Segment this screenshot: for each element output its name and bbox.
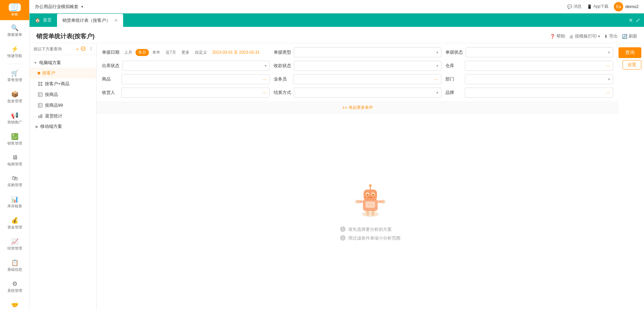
app-download-button[interactable]: 📱 App下载 — [587, 4, 608, 9]
sidebar-divider — [6, 64, 23, 64]
scheme-group-desktop-header[interactable]: ▼ 电脑端方案 — [30, 58, 96, 68]
tab-home-label: 首页 — [43, 17, 52, 23]
brand-dots-icon[interactable]: ··· — [606, 90, 610, 95]
date-opt-custom[interactable]: 自定义 — [193, 49, 209, 56]
pay-status-select[interactable]: ▾ — [294, 61, 441, 71]
sidebar-item-finance[interactable]: 💰 资金管理 — [0, 213, 29, 234]
empty-tips: 1 请先选择要分析的方案 2 用过滤条件来缩小分析范围 — [340, 226, 400, 241]
recipient-select[interactable]: ··· — [121, 88, 270, 98]
salesperson-select[interactable]: ··· — [293, 74, 441, 84]
goods-select[interactable]: ··· — [121, 74, 270, 84]
sidebar-item-quick[interactable]: ⚡ 快捷导航 — [0, 41, 29, 62]
warehouse-select[interactable]: ··· — [465, 61, 613, 71]
print-button[interactable]: 🖨 按模板打印 ▾ — [569, 33, 600, 39]
filter-item-doc-type: 单据类型 ▾ — [274, 47, 441, 57]
topbar: 办公用品行业模拟账套 ▾ 💬 消息 📱 App下载 Ea demo2 — [30, 0, 644, 13]
refresh-button[interactable]: 🔄 刷新 — [622, 33, 637, 39]
filter-item-pay-status: 收款状态 ▾ — [274, 61, 441, 71]
system-icon: ⚙ — [12, 280, 17, 288]
page-header: 销货单统计表(按客户) ❓ 帮助 🖨 按模板打印 ▾ ⬇ 导出 🔄 刷新 — [30, 27, 644, 43]
department-select[interactable]: ▾ — [465, 74, 613, 84]
sidebar-item-sales[interactable]: 💹 销售管理 — [0, 129, 29, 150]
doc-status-select[interactable]: ▾ — [466, 47, 613, 57]
message-button[interactable]: 💬 消息 — [567, 4, 582, 9]
app-title: 办公用品行业模拟账套 — [35, 4, 78, 10]
filter-item-salesperson: 业务员 ··· — [274, 74, 441, 84]
tab-close-icon[interactable]: ✕ — [114, 18, 118, 23]
filter-item-goods: 商品 ··· — [102, 74, 270, 84]
doc-type-select[interactable]: ▾ — [294, 47, 441, 57]
tab-maximize-button[interactable]: ⤢ — [636, 17, 640, 23]
scheme-item-by-customer[interactable]: 按客户 — [30, 68, 96, 79]
svg-point-36 — [371, 204, 373, 206]
user-section[interactable]: Ea demo2 — [614, 2, 639, 11]
brand-select[interactable]: ··· — [465, 88, 613, 98]
help-button[interactable]: ❓ 帮助 — [550, 33, 565, 39]
scheme-item-return-stats[interactable]: 退货统计 — [30, 111, 96, 121]
recipient-dots-icon[interactable]: ··· — [263, 90, 267, 95]
tab-minimize-button[interactable]: ✕ — [629, 17, 633, 23]
svg-point-35 — [368, 204, 370, 206]
query-button[interactable]: 查询 — [619, 47, 641, 58]
wholesale-icon: 📦 — [11, 91, 18, 98]
date-label: 单据日期 — [102, 49, 119, 55]
scheme-panel-actions: + 《 — [76, 46, 92, 52]
pay-status-chevron-icon: ▾ — [436, 64, 438, 68]
payment-method-chevron-icon: ▾ — [436, 91, 438, 95]
empty-illustration — [350, 182, 390, 222]
scheme-item-by-goods-99[interactable]: 按商品99 — [30, 100, 96, 111]
filter-row-3: 商品 ··· 业务员 — [102, 74, 613, 84]
sidebar-item-ecommerce[interactable]: 🖥 电商管理 — [0, 150, 29, 171]
settings-button[interactable]: 设置 — [623, 60, 641, 69]
doc-type-label: 单据类型 — [274, 49, 291, 55]
home-icon: 🏠 — [35, 18, 40, 23]
table-icon — [38, 92, 43, 97]
date-opt-this-year[interactable]: 本年 — [150, 49, 162, 56]
retail-icon: 🛒 — [11, 69, 18, 77]
sidebar-item-retail[interactable]: 🛒 零售管理 — [0, 65, 29, 87]
date-opt-7days[interactable]: 近7天 — [164, 49, 178, 56]
purchase-icon: 🛍 — [12, 175, 18, 182]
scheme-edit-button[interactable] — [81, 46, 86, 52]
collapse-bar[interactable]: ∧∧ 收起更多条件 — [97, 102, 619, 113]
sidebar-item-operations[interactable]: 📈 经营管理 — [0, 234, 29, 255]
payment-method-select[interactable]: ▾ — [294, 88, 441, 98]
scheme-add-button[interactable]: + — [76, 46, 79, 52]
svg-point-26 — [381, 200, 385, 204]
scheme-item-by-goods[interactable]: 按商品 — [30, 89, 96, 100]
scheme-group-mobile-label: 移动端方案 — [40, 123, 62, 130]
tab-stats[interactable]: 销货单统计表（按客户） ✕ — [57, 14, 123, 27]
scheme-item-by-customer-goods[interactable]: 按客户+商品 — [30, 79, 96, 89]
scheme-collapse-button[interactable]: 《 — [88, 46, 92, 52]
goods-dots-icon[interactable]: ··· — [263, 76, 267, 82]
sidebar-item-purchase[interactable]: 🛍 采购管理 — [0, 171, 29, 192]
topbar-left: 办公用品行业模拟账套 ▾ — [35, 4, 83, 10]
out-status-select[interactable]: ▾ — [122, 61, 270, 71]
date-opt-more[interactable]: 更多 — [179, 49, 192, 56]
filter-item-out-status: 出库状态 ▾ — [102, 61, 270, 71]
export-button[interactable]: ⬇ 导出 — [604, 33, 618, 39]
sidebar-item-inventory[interactable]: 📊 库存核算 — [0, 192, 29, 213]
message-icon: 💬 — [567, 4, 572, 9]
group-expand-icon: ▼ — [34, 61, 37, 65]
tab-home[interactable]: 🏠 首页 — [30, 13, 57, 27]
sidebar-item-enterprise[interactable]: 🤝 企业协同 — [0, 297, 29, 310]
empty-tip-1: 1 请先选择要分析的方案 — [340, 226, 400, 232]
date-opt-this-month[interactable]: 本月 — [136, 49, 149, 56]
logo-area: 🧾 标账 — [0, 0, 29, 20]
svg-rect-4 — [38, 82, 40, 84]
scheme-group-desktop-label: 电脑端方案 — [39, 60, 61, 66]
sidebar-item-basic[interactable]: 📋 基础信息 — [0, 255, 29, 276]
warehouse-dots-icon[interactable]: ··· — [606, 63, 610, 68]
sidebar-item-wholesale[interactable]: 📦 批发管理 — [0, 87, 29, 108]
title-dropdown[interactable]: ▾ — [81, 4, 83, 9]
page-actions: ❓ 帮助 🖨 按模板打印 ▾ ⬇ 导出 🔄 刷新 — [550, 33, 637, 39]
scheme-group-mobile-header[interactable]: ▶ 移动端方案 — [30, 121, 96, 132]
sidebar-item-system[interactable]: ⚙ 系统管理 — [0, 276, 29, 297]
sidebar-item-marketing[interactable]: 📢 营销推广 — [0, 108, 29, 129]
svg-rect-8 — [38, 93, 42, 97]
date-opt-last-month[interactable]: 上月 — [122, 49, 134, 56]
grid-icon — [38, 81, 43, 87]
salesperson-dots-icon[interactable]: ··· — [434, 76, 438, 82]
sidebar-item-search[interactable]: 🔍 搜索菜单 — [0, 20, 29, 41]
